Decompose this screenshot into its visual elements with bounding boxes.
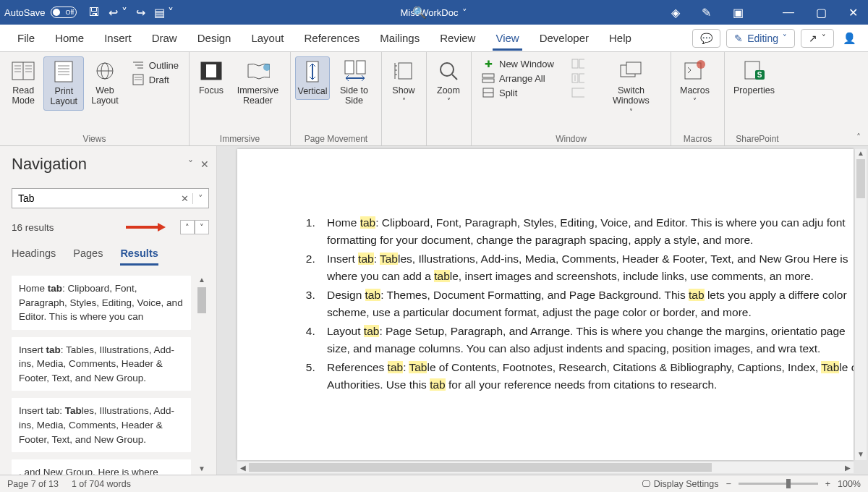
- result-card[interactable]: , and New Group. Here is where: [12, 459, 191, 475]
- svg-rect-23: [206, 64, 216, 77]
- close-button[interactable]: ✕: [848, 6, 858, 20]
- vertical-button[interactable]: Vertical: [295, 56, 330, 100]
- zoom-level[interactable]: 100%: [838, 479, 861, 489]
- side-to-side-button[interactable]: Side to Side: [331, 56, 377, 109]
- save-icon[interactable]: 🖫: [88, 6, 100, 19]
- tab-file[interactable]: File: [7, 26, 45, 50]
- zoom-slider[interactable]: [739, 483, 818, 485]
- reset-window-button[interactable]: [569, 85, 587, 100]
- tab-mailings[interactable]: Mailings: [370, 26, 430, 50]
- diamond-icon[interactable]: ◈: [671, 6, 680, 20]
- nav-search-options[interactable]: ˅: [192, 193, 208, 204]
- maximize-button[interactable]: ▢: [816, 6, 827, 20]
- search-icon: 🔍: [412, 6, 427, 20]
- tab-references[interactable]: References: [294, 26, 370, 50]
- web-layout-button[interactable]: Web Layout: [85, 56, 124, 109]
- doc-list-item[interactable]: Insert tab: Tables, Illustrations, Add-i…: [318, 250, 854, 285]
- comments-button[interactable]: 💬: [692, 29, 720, 48]
- zoom-in-button[interactable]: +: [825, 479, 830, 489]
- vertical-scrollbar[interactable]: ▲▼: [855, 149, 867, 460]
- nav-scrollbar[interactable]: ▲▼: [196, 276, 208, 475]
- page-indicator[interactable]: Page 7 of 13: [7, 479, 59, 489]
- nav-search-box[interactable]: ✕ ˅: [12, 188, 209, 208]
- group-immersive: Focus Immersive Reader Immersive: [190, 52, 291, 145]
- nav-tab-results[interactable]: Results: [120, 247, 158, 266]
- focus-button[interactable]: Focus: [194, 56, 229, 98]
- window-display-icon[interactable]: ▣: [733, 6, 744, 20]
- svg-rect-27: [345, 61, 354, 74]
- print-layout-button[interactable]: Print Layout: [43, 56, 84, 111]
- new-window-button[interactable]: ✚New Window: [479, 56, 557, 71]
- account-icon[interactable]: 👤: [838, 29, 861, 48]
- group-window: ✚New Window Arrange All Split Switch Win…: [472, 52, 671, 145]
- word-count[interactable]: 1 of 704 words: [72, 479, 131, 489]
- result-card[interactable]: Insert tab: Tables, Illustrations, Add-i…: [12, 337, 191, 391]
- collapse-ribbon-button[interactable]: ˄: [856, 132, 861, 143]
- tab-design[interactable]: Design: [187, 26, 242, 50]
- share-button[interactable]: ↗˅: [801, 29, 834, 48]
- minimize-button[interactable]: —: [783, 6, 794, 20]
- doc-list-item[interactable]: References tab: Table of Contents, Footn…: [318, 359, 854, 394]
- doc-list-item[interactable]: Home tab: Clipboard, Font, Paragraph, St…: [318, 214, 854, 249]
- navigation-pane: Navigation ˅ ✕ ✕ ˅ 16 results ˄ ˅ Headin…: [0, 146, 217, 475]
- nav-tab-pages[interactable]: Pages: [73, 247, 103, 266]
- zoom-button[interactable]: Zoom˅: [431, 56, 466, 109]
- status-bar: Page 7 of 13 1 of 704 words 🖵 Display Se…: [0, 475, 868, 492]
- svg-rect-28: [357, 61, 365, 74]
- document-page[interactable]: Home tab: Clipboard, Font, Paragraph, St…: [237, 149, 854, 460]
- chevron-down-icon: ˅: [783, 33, 787, 43]
- tab-help[interactable]: Help: [599, 26, 642, 50]
- prev-result-button[interactable]: ˄: [180, 220, 195, 234]
- display-settings-button[interactable]: 🖵 Display Settings: [642, 479, 718, 489]
- qat-customize-icon[interactable]: ▤ ˅: [154, 6, 174, 20]
- sync-scroll-button[interactable]: [569, 71, 587, 85]
- doc-list-item[interactable]: Design tab: Themes, Document Formatting,…: [318, 287, 854, 321]
- redo-icon[interactable]: ↪: [136, 6, 145, 20]
- tab-home[interactable]: Home: [45, 26, 94, 50]
- svg-rect-46: [572, 88, 584, 97]
- nav-search-clear[interactable]: ✕: [176, 193, 192, 204]
- immersive-reader-button[interactable]: Immersive Reader: [230, 56, 286, 109]
- editing-mode-button[interactable]: ✎ Editing ˅: [726, 29, 795, 48]
- nav-title: Navigation: [12, 155, 181, 174]
- result-card[interactable]: Home tab: Clipboard, Font, Paragraph, St…: [12, 276, 191, 330]
- group-sharepoint: SProperties SharePoint: [725, 52, 790, 145]
- arrange-all-button[interactable]: Arrange All: [479, 71, 557, 85]
- document-title[interactable]: MiscWorkDoc˅: [401, 7, 468, 18]
- read-mode-button[interactable]: Read Mode: [4, 56, 42, 109]
- next-result-button[interactable]: ˅: [195, 220, 209, 234]
- wand-icon[interactable]: ✎: [702, 6, 711, 20]
- nav-options-button[interactable]: ˅: [188, 158, 193, 170]
- nav-search-input[interactable]: [12, 192, 176, 204]
- result-card[interactable]: Insert tab: Tables, Illustrations, Add-i…: [12, 398, 191, 452]
- tell-me-search[interactable]: 🔍: [412, 0, 427, 25]
- tab-draw[interactable]: Draw: [142, 26, 187, 50]
- autosave-group: AutoSave Off: [4, 7, 77, 18]
- tab-layout[interactable]: Layout: [241, 26, 294, 50]
- group-show: Show˅: [382, 52, 427, 145]
- svg-point-24: [263, 64, 270, 71]
- tab-developer[interactable]: Developer: [529, 26, 599, 50]
- draft-button[interactable]: Draft: [129, 72, 182, 87]
- autosave-toggle[interactable]: Off: [51, 7, 77, 18]
- switch-windows-button[interactable]: Switch Windows˅: [596, 56, 666, 119]
- macros-button[interactable]: Macros˅: [676, 56, 714, 109]
- horizontal-scrollbar[interactable]: ◀▶: [237, 462, 854, 473]
- doc-list-item[interactable]: Layout tab: Page Setup, Paragraph, and A…: [318, 323, 854, 357]
- show-button[interactable]: Show˅: [386, 56, 421, 109]
- undo-icon[interactable]: ↩ ˅: [109, 6, 127, 20]
- nav-tab-headings[interactable]: Headings: [12, 247, 56, 266]
- zoom-out-button[interactable]: −: [726, 479, 731, 489]
- view-side-by-side-button[interactable]: [569, 56, 587, 71]
- outline-button[interactable]: Outline: [129, 58, 182, 72]
- tab-insert[interactable]: Insert: [94, 26, 142, 50]
- svg-rect-41: [572, 59, 578, 68]
- main-area: Navigation ˅ ✕ ✕ ˅ 16 results ˄ ˅ Headin…: [0, 146, 868, 475]
- split-button[interactable]: Split: [479, 85, 557, 100]
- autosave-label: AutoSave: [4, 7, 45, 18]
- nav-close-button[interactable]: ✕: [200, 158, 209, 170]
- properties-button[interactable]: SProperties: [729, 56, 779, 98]
- tab-view[interactable]: View: [485, 26, 529, 50]
- tab-review[interactable]: Review: [430, 26, 485, 50]
- quick-access-toolbar: 🖫 ↩ ˅ ↪ ▤ ˅: [88, 6, 174, 20]
